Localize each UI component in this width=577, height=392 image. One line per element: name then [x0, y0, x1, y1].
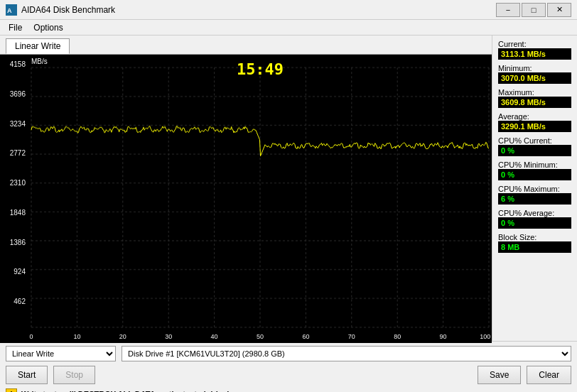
clear-button[interactable]: Clear	[527, 366, 571, 384]
y-label-3696: 3696	[3, 90, 26, 98]
cpu-minimum-stat: CPU% Minimum: 0 %	[498, 160, 571, 180]
controls-row2: Start Stop Save Clear	[6, 366, 571, 384]
y-label-4158: 4158	[3, 60, 26, 68]
chart-plot: MB/s 15:49	[28, 55, 492, 343]
test-type-select[interactable]: Linear Write Linear Read Random Write Ra…	[6, 346, 116, 361]
linear-write-tab[interactable]: Linear Write	[6, 38, 70, 54]
minimum-stat: Minimum: 3070.0 MB/s	[498, 64, 571, 84]
y-label-3234: 3234	[3, 120, 26, 128]
cpu-current-value: 0 %	[498, 145, 571, 156]
chart-canvas	[28, 55, 492, 343]
y-axis: 4158 3696 3234 2772 2310 1848 1386 924 4…	[0, 55, 28, 343]
y-label-924: 924	[3, 268, 26, 276]
cpu-current-label: CPU% Current:	[498, 136, 571, 145]
drive-select[interactable]: Disk Drive #1 [KCM61VUL3T20] (2980.8 GB)	[122, 346, 571, 361]
warning-row: ! Write tests will DESTROY ALL DATA on t…	[6, 388, 571, 392]
average-stat: Average: 3290.1 MB/s	[498, 112, 571, 132]
y-label-2772: 2772	[3, 149, 26, 157]
start-button[interactable]: Start	[6, 366, 48, 384]
timestamp: 15:49	[237, 60, 284, 78]
maximize-button[interactable]: □	[522, 3, 546, 17]
minimize-button[interactable]: −	[496, 3, 520, 17]
cpu-maximum-label: CPU% Maximum:	[498, 185, 571, 193]
average-label: Average:	[498, 112, 571, 121]
title-bar: A AIDA64 Disk Benchmark − □ ✕	[0, 0, 577, 20]
y-label-462: 462	[3, 298, 26, 305]
chart-with-axes: 4158 3696 3234 2772 2310 1848 1386 924 4…	[0, 55, 492, 343]
chart-container: Linear Write 4158 3696 3234 2772 2310 18…	[0, 36, 492, 341]
stop-button[interactable]: Stop	[53, 366, 95, 384]
minimum-value: 3070.0 MB/s	[498, 72, 571, 84]
mbps-label: MB/s	[31, 58, 48, 65]
file-menu[interactable]: File	[3, 21, 28, 33]
close-button[interactable]: ✕	[547, 3, 571, 17]
maximum-value: 3609.8 MB/s	[498, 97, 571, 108]
controls-row1: Linear Write Linear Read Random Write Ra…	[6, 346, 571, 361]
menu-bar: File Options	[0, 20, 577, 36]
main-content: Linear Write 4158 3696 3234 2772 2310 18…	[0, 36, 577, 341]
tab-bar: Linear Write	[0, 36, 492, 55]
current-label: Current:	[498, 40, 571, 48]
y-label-2310: 2310	[3, 179, 26, 187]
cpu-minimum-label: CPU% Minimum:	[498, 160, 571, 169]
cpu-maximum-stat: CPU% Maximum: 6 %	[498, 185, 571, 205]
warning-icon: !	[6, 388, 17, 392]
cpu-maximum-value: 6 %	[498, 193, 571, 205]
bottom-controls: Linear Write Linear Read Random Write Ra…	[0, 341, 577, 392]
blocksize-value: 8 MB	[498, 241, 571, 253]
cpu-average-value: 0 %	[498, 217, 571, 229]
app-icon: A	[6, 4, 17, 16]
cpu-average-label: CPU% Average:	[498, 209, 571, 217]
cpu-average-stat: CPU% Average: 0 %	[498, 209, 571, 229]
cpu-minimum-value: 0 %	[498, 169, 571, 180]
average-value: 3290.1 MB/s	[498, 121, 571, 132]
blocksize-label: Block Size:	[498, 233, 571, 241]
current-stat: Current: 3113.1 MB/s	[498, 40, 571, 60]
options-menu[interactable]: Options	[28, 21, 68, 33]
save-button[interactable]: Save	[478, 366, 521, 384]
maximum-stat: Maximum: 3609.8 MB/s	[498, 88, 571, 108]
blocksize-stat: Block Size: 8 MB	[498, 233, 571, 253]
y-label-1848: 1848	[3, 209, 26, 217]
maximum-label: Maximum:	[498, 88, 571, 97]
svg-text:A: A	[7, 7, 12, 14]
window-title: AIDA64 Disk Benchmark	[21, 5, 115, 15]
cpu-current-stat: CPU% Current: 0 %	[498, 136, 571, 156]
right-panel: Current: 3113.1 MB/s Minimum: 3070.0 MB/…	[492, 36, 577, 341]
y-label-1386: 1386	[3, 239, 26, 246]
minimum-label: Minimum:	[498, 64, 571, 72]
current-value: 3113.1 MB/s	[498, 48, 571, 60]
